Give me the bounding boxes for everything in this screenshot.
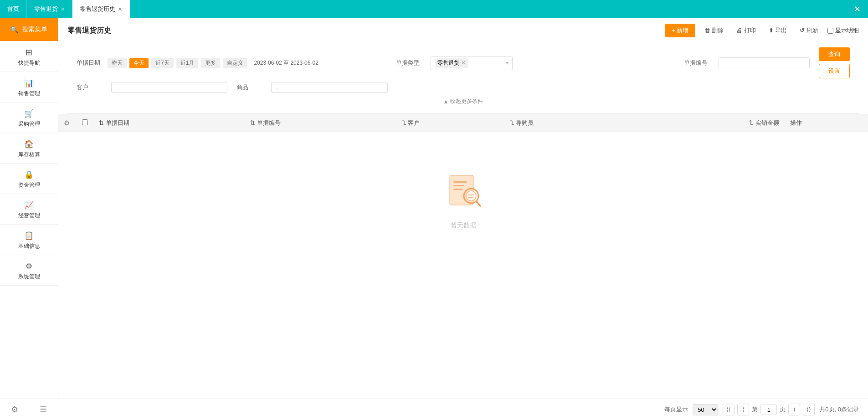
empty-state: 暂无数据 <box>58 132 868 266</box>
sidebar-item-inventory-label: 库存核算 <box>18 151 40 159</box>
date-btn-custom[interactable]: 自定义 <box>223 58 247 68</box>
filter-row-1: 单据日期 昨天 今天 近7天 近1月 更多 自定义 2023-06-02 至 2… <box>77 47 850 78</box>
filter-row-2: 客户 ... 商品 ... <box>77 82 850 93</box>
svg-rect-1 <box>453 181 467 183</box>
th-guide-label: ⇅ 导购员 <box>509 119 534 126</box>
customer-input[interactable]: ... <box>111 82 227 93</box>
top-bar: 首页 零售退货 ✕ 零售退货历史 ✕ ✕ <box>0 0 868 18</box>
doc-type-chevron-icon: ▾ <box>506 60 508 66</box>
new-button[interactable]: + 新增 <box>665 24 695 37</box>
last-page-button[interactable]: ⟩⟩ <box>803 404 815 415</box>
collapse-button[interactable]: ▲ 收起更多条件 <box>442 96 485 107</box>
window-close-button[interactable]: ✕ <box>854 4 868 14</box>
delete-button[interactable]: 🗑 删除 <box>701 25 728 36</box>
query-button[interactable]: 查询 <box>819 47 850 61</box>
query-btn-group: 查询 设置 <box>819 47 850 78</box>
sidebar-item-finance[interactable]: 🔒 资金管理 <box>0 164 58 194</box>
finance-icon: 🔒 <box>24 170 34 179</box>
select-all-checkbox[interactable] <box>82 119 88 125</box>
export-button[interactable]: ⬆ 导出 <box>765 25 791 36</box>
first-page-button[interactable]: ⟨⟨ <box>723 404 734 415</box>
date-range-display: 2023-06-02 至 2023-06-02 <box>254 59 318 67</box>
per-page-select[interactable]: 20 50 100 <box>693 404 718 415</box>
set-button[interactable]: 设置 <box>819 64 850 78</box>
customer-filter-field: 客户 ... <box>77 82 227 93</box>
refresh-button[interactable]: ↺ 刷新 <box>796 25 822 36</box>
th-date[interactable]: ⇅ 单据日期 <box>93 114 245 132</box>
date-btn-more[interactable]: 更多 <box>201 58 220 68</box>
sidebar-item-sales[interactable]: 📊 销售管理 <box>0 72 58 102</box>
sidebar-item-operations-label: 经营管理 <box>18 212 40 220</box>
data-table: ⚙ ⇅ 单据日期 ⇅ 单据编号 <box>58 114 868 132</box>
date-btn-yesterday[interactable]: 昨天 <box>108 58 127 68</box>
th-number-label: ⇅ 单据编号 <box>250 119 281 126</box>
product-filter-field: 商品 ... <box>236 82 387 93</box>
product-input[interactable]: ... <box>271 82 387 93</box>
total-label: 共0页, 0条记录 <box>819 405 859 414</box>
toolbar-actions: + 新增 🗑 删除 🖨 打印 ⬆ 导出 ↺ 刷新 显示明细 <box>665 24 859 37</box>
table-settings-button[interactable]: ⚙ <box>64 119 70 127</box>
tab-retail-return-label: 零售退货 <box>34 5 58 13</box>
next-page-button[interactable]: ⟩ <box>788 404 800 415</box>
sidebar: 🔍 搜索菜单 ⊞ 快捷导航 📊 销售管理 🛒 采购管理 🏠 库存核算 🔒 <box>0 18 58 420</box>
sidebar-item-quick-nav[interactable]: ⊞ 快捷导航 <box>0 41 58 72</box>
system-icon: ⚙ <box>26 261 32 271</box>
page-title: 零售退货历史 <box>67 26 111 36</box>
sidebar-item-inventory[interactable]: 🏠 库存核算 <box>0 133 58 164</box>
sidebar-bottom: ⚙ ☰ <box>0 399 58 420</box>
tab-retail-return-history-close[interactable]: ✕ <box>118 6 122 12</box>
tab-home[interactable]: 首页 <box>0 0 27 18</box>
tab-retail-return-close[interactable]: ✕ <box>61 6 65 12</box>
doc-type-select[interactable]: 零售退货 ✕ ▾ <box>431 56 513 70</box>
th-settings: ⚙ <box>58 114 77 132</box>
customer-placeholder: ... <box>115 84 120 91</box>
th-customer-label: ⇅ 客户 <box>401 119 420 126</box>
th-amount[interactable]: ⇅ 实销金额 <box>633 114 785 132</box>
date-btn-today[interactable]: 今天 <box>129 58 149 68</box>
th-customer[interactable]: ⇅ 客户 <box>396 114 504 132</box>
page-number-input[interactable]: 1 <box>760 405 777 415</box>
tab-retail-return-history-label: 零售退货历史 <box>80 5 115 13</box>
tab-retail-return[interactable]: 零售退货 ✕ <box>27 0 72 18</box>
svg-rect-2 <box>453 185 464 186</box>
sidebar-menu-icon[interactable]: ☰ <box>40 405 47 415</box>
sidebar-item-sales-label: 销售管理 <box>18 90 40 97</box>
sidebar-item-base-info[interactable]: 📋 基础信息 <box>0 225 58 255</box>
doc-type-chip-remove[interactable]: ✕ <box>461 60 466 66</box>
sidebar-item-system-label: 系统管理 <box>18 273 40 281</box>
doc-number-input[interactable] <box>719 57 810 68</box>
prev-page-button[interactable]: ⟨ <box>737 404 749 415</box>
tab-retail-return-history[interactable]: 零售退货历史 ✕ <box>72 0 130 18</box>
sidebar-item-purchase-label: 采购管理 <box>18 120 40 128</box>
date-btn-1month[interactable]: 近1月 <box>176 58 199 68</box>
collapse-label: 收起更多条件 <box>450 97 483 105</box>
date-btn-7days[interactable]: 近7天 <box>151 58 174 68</box>
sidebar-search-label: 搜索菜单 <box>22 26 47 34</box>
tab-list: 首页 零售退货 ✕ 零售退货历史 ✕ <box>0 0 854 18</box>
display-detail-label[interactable]: 显示明细 <box>827 26 859 35</box>
page-nav: ⟨⟨ ⟨ 第 1 页 ⟩ ⟩⟩ <box>723 404 815 415</box>
th-checkbox <box>77 114 93 132</box>
quick-nav-icon: ⊞ <box>26 47 32 57</box>
display-detail-checkbox[interactable] <box>827 28 833 34</box>
table-header-row: ⚙ ⇅ 单据日期 ⇅ 单据编号 <box>58 114 868 132</box>
sidebar-item-system[interactable]: ⚙ 系统管理 <box>0 255 58 286</box>
print-button[interactable]: 🖨 打印 <box>733 25 760 36</box>
page-header: 零售退货历史 + 新增 🗑 删除 🖨 打印 ⬆ 导出 ↺ 刷新 显示明细 <box>58 18 868 114</box>
doc-number-label: 单据编号 <box>684 59 711 67</box>
empty-icon <box>441 169 486 214</box>
main-content: 零售退货历史 + 新增 🗑 删除 🖨 打印 ⬆ 导出 ↺ 刷新 显示明细 <box>58 18 868 420</box>
filter-area: 单据日期 昨天 今天 近7天 近1月 更多 自定义 2023-06-02 至 2… <box>67 43 859 114</box>
page-suffix: 页 <box>780 405 786 414</box>
empty-text: 暂无数据 <box>451 221 476 230</box>
sidebar-settings-icon[interactable]: ⚙ <box>11 405 18 415</box>
th-number[interactable]: ⇅ 单据编号 <box>245 114 396 132</box>
product-placeholder: ... <box>275 84 280 91</box>
th-guide[interactable]: ⇅ 导购员 <box>504 114 633 132</box>
sidebar-item-purchase[interactable]: 🛒 采购管理 <box>0 102 58 133</box>
sidebar-item-operations[interactable]: 📈 经营管理 <box>0 194 58 225</box>
customer-label: 客户 <box>77 83 104 92</box>
svg-point-5 <box>466 191 476 201</box>
th-actions: 操作 <box>785 114 868 132</box>
sidebar-search[interactable]: 🔍 搜索菜单 <box>0 18 58 41</box>
